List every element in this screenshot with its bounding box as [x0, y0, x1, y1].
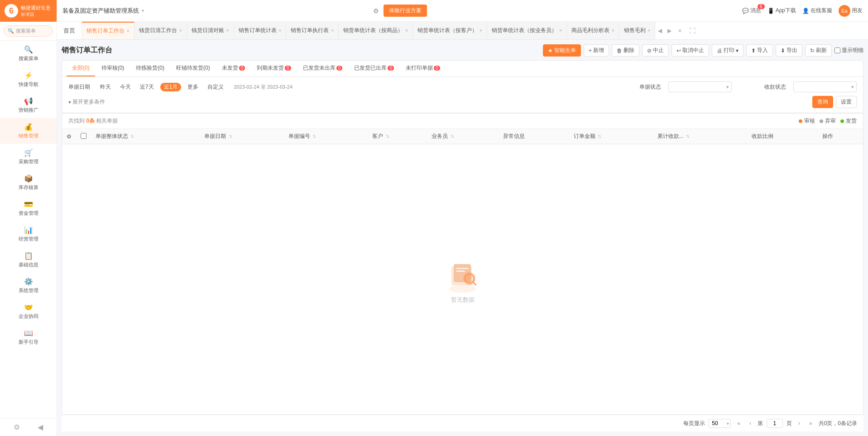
refresh-btn[interactable]: ↻ 刷新	[805, 44, 832, 57]
app-download-btn[interactable]: 📱 App下载	[767, 7, 796, 14]
sub-tab-all[interactable]: 全部(0)	[67, 61, 95, 76]
delete-btn[interactable]: 🗑 删除	[612, 44, 639, 57]
tab-order-stats[interactable]: 销售订单统计表 ×	[234, 22, 287, 39]
tab-daily-clear[interactable]: 钱货日清工作台 ×	[134, 22, 187, 39]
page-size-select[interactable]: 20 50 100	[709, 419, 731, 428]
sidebar-item-0[interactable]: 🔍搜索菜单	[0, 41, 57, 66]
tab-goods-by-salesman[interactable]: 销货单统计表（按业务员） ×	[487, 22, 567, 39]
sidebar-item-4[interactable]: 🛒采购管理	[0, 144, 57, 170]
sidebar-item-label-3: 销售管理	[19, 133, 38, 139]
import-btn[interactable]: ⬆ 导入	[746, 44, 773, 57]
show-detail-label[interactable]: 显示明细	[834, 47, 863, 54]
cancel-suspend-btn[interactable]: ↩ 取消中止	[671, 44, 709, 57]
collapse-icon[interactable]: ◀	[38, 423, 43, 431]
tab-close-icon[interactable]: ×	[480, 28, 482, 33]
tab-close-icon[interactable]: ×	[648, 28, 651, 33]
tab-close-icon[interactable]: ×	[331, 28, 334, 33]
sub-tab-pending-audit[interactable]: 待审核(0)	[96, 61, 130, 76]
col-check[interactable]	[76, 129, 91, 144]
payment-select-wrap[interactable]	[793, 81, 857, 92]
date-option-yesterday[interactable]: 昨天	[97, 82, 114, 92]
pagination: 每页显示 20 50 100 « ‹ 第 页 › » 共0页，0条记录	[62, 415, 863, 431]
settings-icon[interactable]: ⚙	[14, 423, 20, 431]
page-size-wrap[interactable]: 20 50 100	[709, 419, 731, 428]
tab-margin[interactable]: 商品毛利分析表 ×	[567, 22, 619, 39]
sidebar-item-5[interactable]: 📦库存核算	[0, 170, 57, 195]
filter-settings-btn[interactable]: 设置	[836, 96, 857, 108]
sidebar-item-6[interactable]: 💳资金管理	[0, 195, 57, 221]
sub-tab-pending-pick[interactable]: 待拣验货(0)	[130, 61, 170, 76]
page-next-btn[interactable]: ›	[796, 419, 803, 427]
tab-reconcile[interactable]: 钱货日清对账 ×	[187, 22, 234, 39]
tab-close-icon[interactable]: ×	[405, 28, 408, 33]
sidebar-item-10[interactable]: 🤝企业协同	[0, 299, 57, 324]
tab-close-icon[interactable]: ×	[179, 28, 182, 33]
tab-close-icon[interactable]: ×	[279, 28, 282, 33]
col-settings[interactable]: ⚙	[62, 129, 76, 144]
date-option-1month[interactable]: 近1月	[160, 83, 182, 91]
disaudit-action-btn[interactable]: 弃审	[820, 117, 836, 125]
sidebar-item-9[interactable]: ⚙️系统管理	[0, 273, 57, 299]
tab-goods-by-customer[interactable]: 销货单统计表（按客户） ×	[413, 22, 487, 39]
page-first-btn[interactable]: «	[734, 419, 743, 427]
smart-create-btn[interactable]: ★ 智能生单	[543, 44, 581, 57]
sub-tab-delivered-not-out[interactable]: 已发货未出库0	[297, 61, 348, 76]
tab-goods-by-product[interactable]: 销货单统计表（按商品） ×	[339, 22, 413, 39]
user-menu-btn[interactable]: Ea 用友	[839, 5, 863, 17]
new-btn[interactable]: + 新增	[584, 44, 609, 57]
industry-btn[interactable]: 体验行业方案	[384, 5, 427, 17]
tab-home[interactable]: 首页	[57, 22, 82, 39]
deliver-action-btn[interactable]: 发货	[840, 117, 857, 125]
show-detail-checkbox[interactable]	[834, 47, 840, 53]
audit-action-btn[interactable]: 审核	[799, 117, 815, 125]
search-icon: 🔍	[8, 28, 14, 34]
tab-close-all-btn[interactable]: ×	[674, 22, 685, 39]
topbar: 装备及固定资产辅助管理系统 ▾ ⚙ 体验行业方案 💬 消息 6 📱 App下载 …	[57, 0, 868, 22]
sidebar-item-label-10: 企业协同	[19, 313, 38, 320]
payment-select[interactable]	[793, 81, 857, 92]
sidebar-item-2[interactable]: 📢营销推广	[0, 92, 57, 118]
sub-tab-not-printed[interactable]: 未打印单据0	[400, 61, 446, 76]
tab-sales-margin[interactable]: 销售毛利 ×	[619, 22, 656, 39]
date-option-custom[interactable]: 自定义	[205, 82, 226, 92]
topbar-settings-icon[interactable]: ⚙	[373, 7, 379, 14]
tab-expand-btn[interactable]: ⛶	[686, 22, 699, 39]
tab-order-exec[interactable]: 销售订单执行表 ×	[286, 22, 339, 39]
tab-close-icon[interactable]: ×	[559, 28, 562, 33]
tab-sales-workbench[interactable]: 销售订单工作台 ×	[82, 22, 134, 39]
status-select[interactable]	[668, 81, 732, 92]
sidebar-item-8[interactable]: 📋基础信息	[0, 247, 57, 273]
sub-tab-overdue-deliver[interactable]: 到期未发货0	[251, 61, 297, 76]
sub-tab-wangpu-deliver[interactable]: 旺铺待发货(0)	[171, 61, 216, 76]
print-btn[interactable]: 🖨 打印 ▾	[712, 44, 743, 57]
export-btn[interactable]: ⬇ 导出	[776, 44, 802, 57]
sidebar-item-11[interactable]: 📖新手引导	[0, 324, 57, 350]
date-option-more[interactable]: 更多	[185, 82, 201, 92]
query-btn[interactable]: 查询	[812, 96, 833, 108]
tab-close-icon[interactable]: ×	[612, 28, 614, 33]
sub-tab-not-delivered[interactable]: 未发货0	[216, 61, 251, 76]
date-option-today[interactable]: 今天	[117, 82, 134, 92]
sidebar-item-3[interactable]: 💰销售管理	[0, 118, 57, 144]
messages-btn[interactable]: 💬 消息 6	[742, 7, 761, 14]
tab-nav-prev[interactable]: ◀	[655, 22, 665, 39]
sidebar-item-1[interactable]: ⚡快捷导航	[0, 66, 57, 92]
expand-conditions-btn[interactable]: ▾ 展开更多条件	[68, 98, 105, 106]
tab-close-icon[interactable]: ×	[226, 28, 229, 33]
page-prev-btn[interactable]: ‹	[747, 419, 754, 427]
online-service-btn[interactable]: 👤 在线客服	[802, 7, 832, 14]
table-wrap: 共找到 0条 相关单据 审核 弃审 发货	[62, 113, 863, 415]
page-last-btn[interactable]: »	[806, 419, 815, 427]
topbar-right: 💬 消息 6 📱 App下载 👤 在线客服 Ea 用友	[742, 5, 863, 17]
sub-tab-delivered-out[interactable]: 已发货已出库0	[349, 61, 399, 76]
suspend-btn[interactable]: ⊘ 中止	[642, 44, 669, 57]
tab-nav-next[interactable]: ▶	[665, 22, 674, 39]
date-option-7days[interactable]: 近7天	[137, 82, 157, 92]
select-all-checkbox[interactable]	[81, 133, 86, 139]
page-number-input[interactable]	[767, 419, 783, 428]
tab-close-icon[interactable]: ×	[127, 28, 129, 33]
sidebar-item-7[interactable]: 📊经营管理	[0, 221, 57, 247]
search-input-wrap[interactable]: 🔍 搜索菜单	[4, 25, 53, 37]
sidebar-search-area[interactable]: 🔍 搜索菜单	[0, 22, 57, 41]
status-select-wrap[interactable]	[668, 81, 732, 92]
